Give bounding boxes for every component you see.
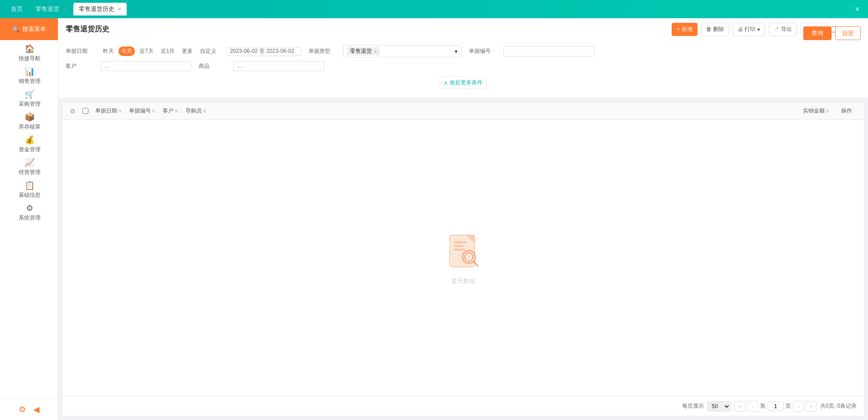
- settings-bottom-icon[interactable]: ⚙: [19, 405, 26, 415]
- empty-state: 暂无数据: [62, 120, 864, 396]
- sidebar-item-inventory[interactable]: 📦 库存核算: [0, 110, 58, 133]
- export-button[interactable]: ↗ 导出: [769, 23, 796, 36]
- sidebar-item-purchase[interactable]: 🛒 采购管理: [0, 87, 58, 110]
- search-menu-button[interactable]: 🔍 搜索菜单: [0, 18, 58, 40]
- page-label: 页: [786, 402, 791, 410]
- tab-home[interactable]: 首页: [5, 3, 28, 15]
- col-header-guide-label: 导购员: [185, 107, 202, 115]
- tab-retail-return-label: 零售退货: [36, 5, 59, 13]
- number-filter-input[interactable]: [503, 46, 595, 56]
- query-button[interactable]: 查询: [803, 26, 832, 40]
- goods-filter-label: 商品: [199, 62, 226, 70]
- export-button-label: ↗ 导出: [774, 26, 791, 33]
- col-guide-sort-icon: ⇅: [203, 108, 206, 113]
- date-option-1month[interactable]: 近1月: [158, 46, 178, 56]
- top-bar-right: ×: [852, 5, 863, 14]
- empty-text: 暂无数据: [452, 277, 475, 285]
- type-filter-tag-close[interactable]: ×: [374, 49, 376, 54]
- sidebar-item-system[interactable]: ⚙ 系统管理: [0, 201, 58, 224]
- floating-action-buttons: 查询 设置: [803, 26, 861, 40]
- settings-button[interactable]: 设置: [835, 26, 861, 40]
- page-size-label: 每页显示: [682, 402, 704, 410]
- page-summary: 共0页, 0条记录: [820, 402, 857, 410]
- goods-filter-input[interactable]: [233, 61, 324, 71]
- prev-page-button[interactable]: ‹: [747, 401, 758, 412]
- table-settings-icon[interactable]: ⚙: [66, 105, 79, 118]
- system-icon: ⚙: [26, 204, 33, 212]
- customer-filter-input[interactable]: [100, 61, 191, 71]
- sidebar-item-sales[interactable]: 📊 销售管理: [0, 65, 58, 87]
- col-amount-sort-icon: ⇅: [826, 108, 829, 113]
- sidebar-item-operations[interactable]: 📈 经营管理: [0, 156, 58, 179]
- collapse-label: 收起更多条件: [450, 79, 483, 87]
- select-all-input[interactable]: [82, 108, 88, 114]
- tab-home-label: 首页: [11, 5, 23, 13]
- sales-icon: 📊: [25, 67, 35, 76]
- col-header-date-label: 单据日期: [95, 107, 117, 115]
- tab-retail-return-history-close[interactable]: ×: [118, 6, 121, 12]
- collapse-button[interactable]: ∧ 收起更多条件: [440, 77, 487, 89]
- type-filter-dropdown-icon: ▾: [455, 48, 457, 55]
- col-header-customer[interactable]: 客户 ⇅: [159, 107, 182, 115]
- date-filter-label: 单据日期: [66, 47, 93, 55]
- sidebar-item-finance-label: 资金管理: [19, 146, 41, 154]
- table-select-all-checkbox[interactable]: [79, 108, 92, 114]
- add-button[interactable]: + 新增: [672, 23, 697, 36]
- date-option-yesterday[interactable]: 昨天: [100, 46, 117, 56]
- sidebar-item-purchase-label: 采购管理: [19, 100, 41, 108]
- filter-row-2: 客户 商品: [66, 61, 861, 71]
- date-option-7days[interactable]: 近7天: [137, 46, 156, 56]
- page-size-select[interactable]: 10 20 50 100: [708, 401, 731, 411]
- date-option-custom[interactable]: 自定义: [197, 46, 219, 56]
- collapse-row: ∧ 收起更多条件: [66, 75, 861, 91]
- type-filter-select[interactable]: 零售退货 × ▾: [343, 45, 462, 57]
- col-header-amount-label: 实销金额: [803, 107, 825, 115]
- basic-info-icon: 📋: [25, 181, 35, 190]
- type-filter-label: 单据类型: [308, 47, 336, 55]
- sidebar-item-operations-label: 经营管理: [19, 169, 41, 176]
- svg-rect-2: [453, 245, 463, 247]
- col-number-sort-icon: ⇅: [152, 108, 155, 113]
- next-page-button[interactable]: ›: [793, 401, 804, 412]
- print-button[interactable]: 🖨 打印 ▾: [733, 23, 765, 36]
- sidebar-item-sales-label: 销售管理: [19, 77, 41, 85]
- first-page-button[interactable]: «: [734, 401, 745, 412]
- table-header: ⚙ 单据日期 ⇅ 单据编号 ⇅ 客户 ⇅ 导购员 ⇅: [62, 102, 864, 120]
- tab-retail-return[interactable]: 零售退货 ×: [30, 3, 72, 15]
- sidebar-bottom: ⚙ ◀: [0, 398, 58, 420]
- sidebar-item-quick-nav[interactable]: 🏠 快捷导航: [0, 42, 58, 65]
- col-header-number[interactable]: 单据编号 ⇅: [125, 107, 159, 115]
- svg-rect-1: [453, 241, 467, 243]
- last-page-button[interactable]: »: [806, 401, 817, 412]
- svg-rect-3: [453, 249, 465, 251]
- collapse-icon: ∧: [444, 80, 448, 86]
- print-dropdown-icon: ▾: [757, 26, 760, 33]
- sidebar-item-system-label: 系统管理: [19, 214, 41, 222]
- delete-button-label: 🗑 删除: [706, 26, 724, 33]
- col-header-amount[interactable]: 实销金额 ⇅: [787, 107, 833, 115]
- sidebar-item-finance[interactable]: 💰 资金管理: [0, 133, 58, 156]
- col-header-ops: 操作: [833, 107, 860, 115]
- col-header-number-label: 单据编号: [129, 107, 151, 115]
- type-filter-tag: 零售退货 ×: [347, 47, 379, 56]
- sidebar-item-basic-info[interactable]: 📋 基础信息: [0, 179, 58, 201]
- date-range-input[interactable]: [226, 47, 301, 56]
- col-header-date[interactable]: 单据日期 ⇅: [92, 107, 125, 115]
- top-bar: 首页 零售退货 × 零售退货历史 × ×: [0, 0, 868, 18]
- tab-list: 首页 零售退货 × 零售退货历史 ×: [5, 3, 852, 15]
- date-option-more[interactable]: 更多: [179, 46, 195, 56]
- sidebar-item-basic-info-label: 基础信息: [19, 191, 41, 199]
- delete-button[interactable]: 🗑 删除: [701, 23, 729, 36]
- page-title-row: 零售退货历史 + 新增 🗑 删除 🖨 打印 ▾ ↗ 导出: [66, 23, 861, 36]
- page-nav: « ‹ 第 页 › »: [734, 401, 817, 412]
- purchase-icon: 🛒: [25, 90, 35, 98]
- tab-retail-return-history[interactable]: 零售退货历史 ×: [73, 3, 127, 15]
- pagination-bar: 每页显示 10 20 50 100 « ‹ 第 页 › » 共0页, 0条记录: [62, 396, 864, 416]
- sidebar-items: 🏠 快捷导航 📊 销售管理 🛒 采购管理 📦 库存核算 💰 资金管理 📈: [0, 40, 58, 398]
- current-page-input[interactable]: [767, 402, 784, 411]
- collapse-sidebar-icon[interactable]: ◀: [33, 405, 40, 415]
- date-option-today[interactable]: 今天: [118, 46, 135, 56]
- window-close-button[interactable]: ×: [852, 5, 863, 14]
- tab-retail-return-close[interactable]: ×: [63, 6, 66, 12]
- col-header-guide[interactable]: 导购员 ⇅: [182, 107, 210, 115]
